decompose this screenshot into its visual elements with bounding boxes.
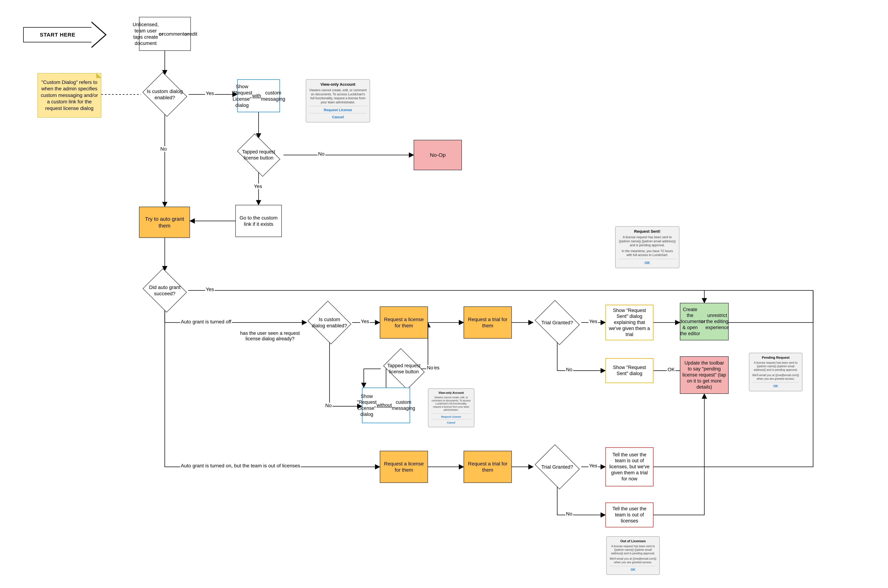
- edge-yes-6: Yes: [588, 319, 598, 324]
- dialog-title: Request Sent!: [634, 229, 661, 234]
- request-license-button[interactable]: Request License: [309, 106, 367, 113]
- show-request-license-with-custom: Show "Request License" dialog with custo…: [237, 79, 280, 112]
- edge-no-6: No: [565, 511, 573, 517]
- dialog-body-2: We'll email you at {{me@email.com}} when…: [752, 374, 799, 381]
- trial-granted-2: Trial Granted?: [533, 447, 581, 486]
- edge-autogrant-off: Auto grant is turned off: [180, 319, 232, 325]
- dialog-title: View-only Account: [439, 391, 464, 394]
- show-request-license-without-custom: Show "Request License" dialog without cu…: [362, 387, 410, 423]
- dialog-body-2: In the meantime, you have 72 hours with …: [618, 249, 676, 257]
- cancel-button[interactable]: Cancel: [309, 113, 367, 120]
- pending-request-dialog: Pending Request A license request has be…: [749, 353, 802, 391]
- go-to-custom-link: Go to the custom link if it exists: [235, 205, 282, 237]
- start-here-label: START HERE: [23, 27, 92, 42]
- request-license-2: Request a license for them: [380, 451, 428, 483]
- request-trial-2: Request a trial for them: [464, 451, 512, 483]
- edge-autogrant-on-out: Auto grant is turned on, but the team is…: [180, 463, 301, 469]
- tapped-request-license-button-2: Tapped request license button: [381, 352, 427, 386]
- edge-no-5: No: [565, 367, 573, 372]
- dialog-title: Pending Request: [762, 356, 789, 360]
- dialog-body: Viewers cannot create, edit, or comment …: [309, 88, 367, 104]
- update-toolbar-pending: Update the toolbar to say "pending licen…: [680, 356, 729, 394]
- edge-yes-1: Yes: [205, 90, 215, 96]
- tapped-request-license-button-1: Tapped request license button: [234, 138, 284, 172]
- edge-yes-4: Yes: [360, 319, 370, 324]
- ok-button[interactable]: OK: [752, 382, 799, 389]
- out-of-licenses-dialog: Out of Licenses A license request has be…: [606, 536, 660, 575]
- dialog-body-2: We'll email you at {{me@email.com}} when…: [610, 557, 657, 564]
- no-op: No-Op: [414, 140, 462, 170]
- dialog-body: Viewers cannot create, edit, or comment …: [431, 396, 471, 412]
- view-only-dialog-large: View-only Account Viewers cannot create,…: [306, 79, 370, 122]
- dialog-title: View-only Account: [320, 82, 355, 87]
- edge-no-3: No: [325, 403, 332, 408]
- edge-no-2: No: [317, 151, 325, 157]
- create-document: Create the document & open the editor or…: [680, 303, 729, 340]
- did-auto-grant-succeed: Did auto grant succeed?: [141, 271, 188, 310]
- edge-yes-3: Yes: [205, 286, 215, 292]
- dialog-body-1: A license request has been sent to {{adm…: [618, 235, 676, 248]
- request-trial-1: Request a trial for them: [464, 306, 512, 339]
- out-of-licenses: Tell the user the team is out of license…: [606, 502, 654, 527]
- view-only-dialog-small: View-only Account Viewers cannot create,…: [428, 388, 474, 427]
- cancel-button[interactable]: Cancel: [431, 419, 471, 425]
- is-custom-dialog-enabled-2: Is custom dialog enabled?: [307, 303, 352, 342]
- has-user-seen-dialog-label: has the user seen a request license dial…: [232, 330, 308, 342]
- start-here-arrow: START HERE: [23, 21, 107, 48]
- request-sent-dialog: Request Sent! A license request has been…: [615, 226, 679, 268]
- edge-no-4: No: [426, 365, 434, 370]
- out-of-licenses-trial: Tell the user the team is out of license…: [606, 447, 654, 486]
- custom-dialog-note: "Custom Dialog" refers to when the admin…: [38, 73, 101, 118]
- show-request-sent: Show "Request Sent" dialog: [606, 358, 654, 383]
- ok-button[interactable]: OK: [618, 259, 676, 266]
- dialog-body-1: A license request has been sent to {{adm…: [610, 544, 657, 555]
- start-node: Unlicensed, team user taps create docume…: [139, 17, 191, 51]
- ok-button[interactable]: OK: [610, 566, 657, 573]
- is-custom-dialog-enabled-1: Is custom dialog enabled?: [141, 75, 189, 114]
- dialog-body-1: A license request has been sent to {{adm…: [752, 361, 799, 372]
- trial-granted-1: Trial Granted?: [533, 303, 581, 342]
- edge-yes-7: Yes: [588, 463, 598, 469]
- edge-no-1: No: [159, 146, 167, 152]
- request-license-1: Request a license for them: [380, 306, 428, 339]
- request-license-button[interactable]: Request License: [431, 414, 471, 419]
- edge-ok-1: OK: [667, 367, 675, 372]
- show-request-sent-trial: Show "Request Sent" dialog explaining th…: [606, 305, 654, 340]
- dialog-title: Out of Licenses: [621, 539, 646, 543]
- try-auto-grant: Try to auto grant them: [139, 207, 190, 238]
- edge-yes-2: Yes: [253, 183, 263, 189]
